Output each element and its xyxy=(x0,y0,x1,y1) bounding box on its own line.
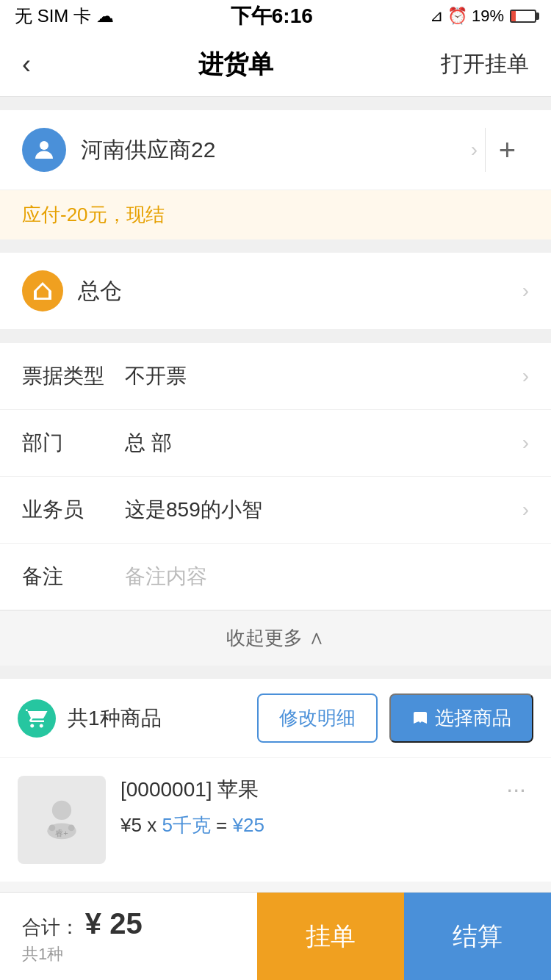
dept-row[interactable]: 部门 总 部 › xyxy=(0,409,551,476)
invoice-label: 票据类型 xyxy=(22,362,125,390)
product-price-row: ¥5 x 5千克 = ¥25 xyxy=(120,813,499,838)
checkout-button[interactable]: 结算 xyxy=(404,893,551,981)
dept-arrow-icon: › xyxy=(522,431,529,455)
alarm-icon: ⏰ xyxy=(447,7,467,26)
svg-point-4 xyxy=(68,825,75,832)
total-sub-label: 共1种 xyxy=(22,943,235,965)
salesman-row[interactable]: 业务员 这是859的小智 › xyxy=(0,476,551,543)
product-code: [0000001] xyxy=(120,778,217,801)
select-product-icon xyxy=(411,710,429,727)
section-divider-1 xyxy=(0,97,551,110)
product-placeholder-icon: 睿+ xyxy=(36,794,87,846)
status-time: 下午6:16 xyxy=(231,2,313,30)
svg-point-1 xyxy=(52,801,71,820)
dept-value: 总 部 xyxy=(125,429,522,457)
svg-point-0 xyxy=(40,141,48,150)
product-details: [0000001] 苹果 ¥5 x 5千克 = ¥25 xyxy=(120,776,499,838)
status-left: 无 SIM 卡 ☁ xyxy=(15,4,114,28)
supplier-avatar xyxy=(22,128,66,172)
svg-text:睿+: 睿+ xyxy=(55,829,68,837)
product-quantity: 5千克 xyxy=(162,814,210,836)
supplier-name: 河南供应商22 xyxy=(81,135,471,165)
products-icon xyxy=(18,699,56,738)
back-button[interactable]: ‹ xyxy=(22,49,31,80)
remark-input[interactable]: 备注内容 xyxy=(125,563,529,591)
invoice-row[interactable]: 票据类型 不开票 › xyxy=(0,342,551,409)
warehouse-icon xyxy=(22,270,63,311)
warehouse-row[interactable]: 总仓 › xyxy=(0,253,551,329)
product-unit-price: ¥5 x xyxy=(120,814,162,836)
select-product-label: 选择商品 xyxy=(435,705,511,731)
product-equals: = xyxy=(216,814,232,836)
battery-icon xyxy=(510,10,536,23)
product-name: [0000001] 苹果 xyxy=(120,776,499,804)
add-supplier-button[interactable]: + xyxy=(485,128,529,172)
cart-icon xyxy=(26,707,48,729)
person-icon xyxy=(31,137,57,163)
home-icon xyxy=(31,279,54,303)
status-bar: 无 SIM 卡 ☁ 下午6:16 ⊿ ⏰ 19% xyxy=(0,0,551,32)
section-divider-2 xyxy=(0,239,551,253)
sim-status: 无 SIM 卡 ☁ xyxy=(15,4,114,28)
warehouse-arrow-icon: › xyxy=(522,279,529,303)
product-title: 苹果 xyxy=(217,778,259,801)
supplier-info-banner: 应付-20元，现结 xyxy=(0,190,551,239)
battery-label: 19% xyxy=(472,7,504,26)
products-count: 共1种商品 xyxy=(68,705,257,732)
salesman-value: 这是859的小智 xyxy=(125,496,522,524)
warehouse-name: 总仓 xyxy=(78,276,522,306)
supplier-section: 河南供应商22 › + 应付-20元，现结 xyxy=(0,110,551,239)
product-item: 睿+ [0000001] 苹果 ¥5 x 5千克 = ¥25 ··· xyxy=(0,757,551,882)
svg-point-3 xyxy=(49,825,56,832)
select-product-button[interactable]: 选择商品 xyxy=(389,693,533,743)
product-more-button[interactable]: ··· xyxy=(499,776,533,803)
edit-details-button[interactable]: 修改明细 xyxy=(257,693,378,743)
bottom-bar: 合计： ¥ 25 共1种 挂单 结算 xyxy=(0,892,551,980)
salesman-label: 业务员 xyxy=(22,496,125,524)
invoice-value: 不开票 xyxy=(125,362,522,390)
invoice-arrow-icon: › xyxy=(522,364,529,388)
salesman-arrow-icon: › xyxy=(522,498,529,522)
products-header: 共1种商品 修改明细 选择商品 xyxy=(0,666,551,757)
warehouse-section: 总仓 › xyxy=(0,253,551,329)
total-label: 合计： xyxy=(22,916,79,938)
supplier-row[interactable]: 河南供应商22 › + xyxy=(0,110,551,190)
total-section: 合计： ¥ 25 共1种 xyxy=(0,907,257,965)
collapse-button[interactable]: 收起更多 ∧ xyxy=(0,610,551,666)
open-pending-button[interactable]: 打开挂单 xyxy=(441,49,529,79)
pending-button[interactable]: 挂单 xyxy=(257,893,404,981)
remark-row[interactable]: 备注 备注内容 xyxy=(0,543,551,610)
status-right: ⊿ ⏰ 19% xyxy=(430,7,536,26)
nav-bar: ‹ 进货单 打开挂单 xyxy=(0,32,551,97)
remark-label: 备注 xyxy=(22,563,125,591)
supplier-arrow-icon: › xyxy=(471,138,478,162)
form-section: 票据类型 不开票 › 部门 总 部 › 业务员 这是859的小智 › 备注 备注… xyxy=(0,342,551,610)
product-thumbnail: 睿+ xyxy=(18,776,106,864)
product-total-price: ¥25 xyxy=(233,814,264,836)
total-amount: ¥ 25 xyxy=(85,907,143,940)
location-icon: ⊿ xyxy=(430,7,443,26)
dept-label: 部门 xyxy=(22,429,125,457)
page-title: 进货单 xyxy=(198,48,273,82)
total-row: 合计： ¥ 25 xyxy=(22,907,235,940)
section-divider-3 xyxy=(0,329,551,342)
